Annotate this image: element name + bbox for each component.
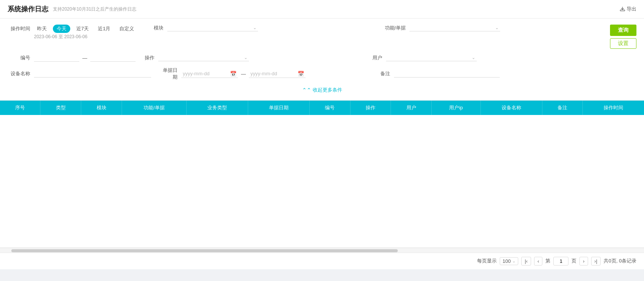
action-buttons: 查询 设置 — [610, 25, 636, 49]
page-size-value: 100 — [502, 258, 511, 264]
number-label: 编号 — [8, 54, 34, 61]
device-input[interactable] — [34, 70, 151, 78]
page-size-select[interactable]: 100 ⌄ — [500, 257, 518, 265]
operation-chevron-icon: ⌄ — [244, 55, 247, 60]
module-select[interactable]: ⌄ — [167, 25, 258, 31]
svg-rect-0 — [620, 10, 625, 11]
voucher-date-label: 单据日期 — [159, 67, 181, 81]
table-header-cell: 模块 — [81, 101, 122, 115]
operation-filter-label: 操作 — [143, 54, 158, 61]
page-size-label: 每页显示 — [477, 258, 497, 264]
empty-cell — [0, 115, 644, 247]
export-icon — [620, 6, 625, 12]
table-header-cell: 类型 — [40, 101, 81, 115]
page-label: 第 — [545, 258, 550, 264]
pagination-bar: 每页显示 100 ⌄ |‹ ‹ 第 页 › ›| 共0页, 0条记录 — [0, 253, 644, 269]
collapse-label: 收起更多条件 — [313, 87, 342, 93]
page-subtitle: 支持2020年10月31日之后产生的操作日志 — [53, 6, 136, 12]
function-select[interactable]: ⌄ — [409, 25, 500, 31]
table-header-cell: 单据日期 — [248, 101, 309, 115]
scrollbar-area[interactable] — [0, 248, 644, 253]
number-input-from[interactable] — [34, 54, 79, 62]
first-page-button[interactable]: |‹ — [521, 257, 531, 265]
date-from-placeholder: yyyy-mm-dd — [183, 71, 230, 76]
number-dash: — — [82, 55, 87, 61]
module-chevron-icon: ⌄ — [253, 25, 256, 30]
table-header-cell: 操作时间 — [583, 101, 644, 115]
collapse-chevron-up: ⌃⌃ — [302, 87, 311, 93]
time-btn-custom[interactable]: 自定义 — [116, 25, 137, 33]
user-filter-label: 用户 — [371, 54, 386, 61]
remark-label: 备注 — [379, 70, 394, 77]
time-btn-1month[interactable]: 近1月 — [95, 25, 113, 33]
table-header-cell: 备注 — [542, 101, 583, 115]
user-select[interactable]: ⌄ — [386, 54, 477, 61]
table-header-cell: 操作 — [350, 101, 391, 115]
page-unit: 页 — [571, 258, 576, 264]
remark-input[interactable] — [394, 70, 500, 78]
time-filter-group: 昨天 今天 近7天 近1月 自定义 — [34, 25, 137, 33]
next-page-button[interactable]: › — [579, 257, 588, 265]
operation-select[interactable]: ⌄ — [158, 54, 249, 61]
query-button[interactable]: 查询 — [610, 25, 636, 36]
page-size-chevron: ⌄ — [512, 259, 516, 264]
table-header-cell: 用户ip — [432, 101, 480, 115]
prev-page-button[interactable]: ‹ — [534, 257, 542, 265]
data-table: 序号类型模块功能/单据业务类型单据日期编号操作用户用户ip设备名称备注操作时间 — [0, 101, 644, 248]
module-label: 模块 — [152, 25, 167, 31]
export-button[interactable]: 导出 — [620, 6, 636, 12]
date-range-display: 2023-06-06 至 2023-06-06 — [34, 34, 87, 39]
table-header-cell: 业务类型 — [186, 101, 248, 115]
time-btn-yesterday[interactable]: 昨天 — [34, 25, 50, 33]
device-label: 设备名称 — [8, 70, 34, 77]
table-container: 序号类型模块功能/单据业务类型单据日期编号操作用户用户ip设备名称备注操作时间 — [0, 101, 644, 248]
page-title: 系统操作日志 — [8, 5, 48, 14]
time-btn-today[interactable]: 今天 — [53, 25, 70, 33]
page-number-input[interactable] — [553, 257, 568, 265]
filter-area: 操作时间 昨天 今天 近7天 近1月 自定义 2023-06-06 至 2023… — [0, 19, 644, 101]
user-chevron-icon: ⌄ — [472, 55, 475, 60]
function-label: 功能/单据 — [383, 25, 409, 31]
calendar-from-icon: 📅 — [230, 71, 236, 77]
settings-button[interactable]: 设置 — [610, 38, 636, 49]
collapse-bar[interactable]: ⌃⌃ 收起更多条件 — [8, 84, 636, 97]
number-input-to[interactable] — [90, 54, 136, 62]
table-header-cell: 功能/单据 — [122, 101, 187, 115]
table-header: 序号类型模块功能/单据业务类型单据日期编号操作用户用户ip设备名称备注操作时间 — [0, 101, 644, 115]
time-btn-7days[interactable]: 近7天 — [73, 25, 92, 33]
total-info: 共0页, 0条记录 — [604, 258, 636, 264]
date-from-input[interactable]: yyyy-mm-dd 📅 — [181, 70, 238, 78]
date-dash: — — [241, 71, 246, 77]
date-to-placeholder: yyyy-mm-dd — [250, 71, 298, 76]
calendar-to-icon: 📅 — [298, 71, 304, 77]
page-header: 系统操作日志 支持2020年10月31日之后产生的操作日志 导出 — [0, 0, 644, 19]
last-page-button[interactable]: ›| — [591, 257, 601, 265]
date-to-input[interactable]: yyyy-mm-dd 📅 — [249, 70, 306, 78]
table-header-cell: 序号 — [0, 101, 40, 115]
operation-time-label: 操作时间 — [8, 25, 34, 32]
table-header-cell: 设备名称 — [480, 101, 542, 115]
table-header-cell: 编号 — [309, 101, 350, 115]
table-body — [0, 115, 644, 247]
table-header-cell: 用户 — [391, 101, 432, 115]
scrollbar-thumb[interactable] — [11, 249, 398, 252]
function-chevron-icon: ⌄ — [495, 25, 499, 30]
